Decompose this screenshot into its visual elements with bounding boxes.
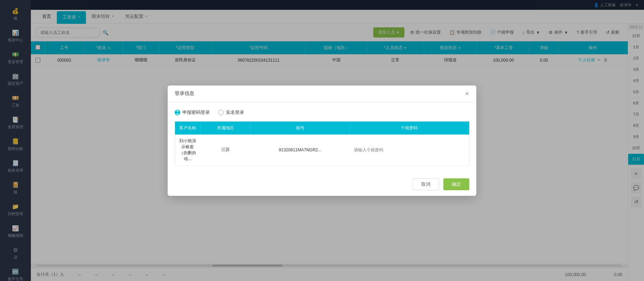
radio-realname-label: 实名登录 bbox=[226, 109, 244, 116]
inner-row-taxno: 91320811MA7NGR2... bbox=[250, 135, 350, 166]
radio-pwd-option[interactable]: 申报密码登录 bbox=[175, 109, 210, 116]
dialog-title: 登录信息 bbox=[175, 90, 194, 97]
inner-header-name: 客户名称 bbox=[175, 121, 201, 135]
inner-header-taxno: 税号 bbox=[250, 121, 350, 135]
inner-row-region: 江苏 bbox=[201, 135, 250, 166]
login-type-radio-group: 申报密码登录 实名登录 bbox=[175, 109, 469, 116]
dialog-body: 申报密码登录 实名登录 客户名称 所属地区 税号 个税密码 bbox=[168, 102, 476, 173]
inner-table: 客户名称 所属地区 税号 个税密码 刘小艳演示账套（勿删勿动... 江苏 913… bbox=[175, 121, 469, 166]
cancel-button[interactable]: 取消 bbox=[412, 178, 439, 190]
dialog-overlay[interactable]: 登录信息 ✕ 申报密码登录 实名登录 客户名称 bbox=[0, 0, 644, 281]
inner-table-row: 刘小艳演示账套（勿删勿动... 江苏 91320811MA7NGR2... bbox=[175, 135, 469, 166]
login-dialog: 登录信息 ✕ 申报密码登录 实名登录 客户名称 bbox=[168, 85, 476, 196]
password-input[interactable] bbox=[354, 148, 465, 152]
inner-header-password: 个税密码 bbox=[350, 121, 469, 135]
inner-row-name: 刘小艳演示账套（勿删勿动... bbox=[175, 135, 201, 166]
inner-header-region: 所属地区 bbox=[201, 121, 250, 135]
dialog-footer: 取消 确定 bbox=[168, 173, 476, 196]
radio-pwd-label: 申报密码登录 bbox=[182, 109, 210, 116]
inner-row-password[interactable] bbox=[350, 135, 469, 166]
dialog-header: 登录信息 ✕ bbox=[168, 85, 476, 102]
confirm-button[interactable]: 确定 bbox=[443, 178, 469, 190]
radio-pwd-circle bbox=[175, 110, 180, 115]
radio-realname-circle bbox=[218, 110, 224, 115]
radio-realname-option[interactable]: 实名登录 bbox=[218, 109, 244, 116]
dialog-close-button[interactable]: ✕ bbox=[465, 90, 469, 97]
